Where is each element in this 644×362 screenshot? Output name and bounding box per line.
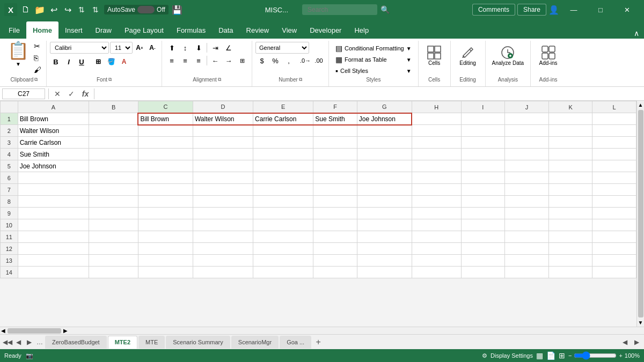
cell-K14[interactable] bbox=[548, 267, 592, 278]
cell-B3[interactable] bbox=[89, 137, 138, 149]
cell-G9[interactable] bbox=[357, 208, 412, 219]
cell-F1[interactable]: Sue Smith bbox=[313, 113, 357, 125]
cell-D14[interactable] bbox=[193, 267, 253, 278]
cell-F6[interactable] bbox=[313, 172, 357, 184]
cell-F5[interactable] bbox=[313, 160, 357, 172]
sheet-nav-dots[interactable]: … bbox=[34, 337, 45, 348]
cell-A13[interactable] bbox=[18, 255, 89, 267]
cell-F10[interactable] bbox=[313, 219, 357, 231]
cell-J7[interactable] bbox=[505, 184, 549, 196]
cell-J9[interactable] bbox=[505, 208, 549, 219]
cell-C7[interactable] bbox=[138, 184, 193, 196]
cell-E7[interactable] bbox=[253, 184, 313, 196]
cell-K2[interactable] bbox=[548, 125, 592, 137]
cell-I4[interactable] bbox=[461, 149, 505, 160]
sheet-tab-scenariomgr[interactable]: ScenarioMgr bbox=[231, 336, 279, 349]
cell-I6[interactable] bbox=[461, 172, 505, 184]
cell-E11[interactable] bbox=[253, 231, 313, 243]
cell-B14[interactable] bbox=[89, 267, 138, 278]
scroll-up-button[interactable]: ▲ bbox=[637, 101, 644, 109]
cell-A2[interactable]: Walter Wilson bbox=[18, 125, 89, 137]
alignment-expand-icon[interactable]: ⧉ bbox=[218, 77, 221, 83]
comments-button[interactable]: Comments bbox=[472, 4, 515, 16]
cell-L11[interactable] bbox=[592, 231, 636, 243]
cell-C1[interactable]: Bill Brown bbox=[138, 113, 193, 125]
row-number-4[interactable]: 4 bbox=[1, 149, 18, 160]
col-header-I[interactable]: I bbox=[461, 101, 505, 113]
cell-I2[interactable] bbox=[461, 125, 505, 137]
cell-C12[interactable] bbox=[138, 243, 193, 255]
cell-B13[interactable] bbox=[89, 255, 138, 267]
cell-D1[interactable]: Walter Wilson bbox=[193, 113, 253, 125]
row-number-3[interactable]: 3 bbox=[1, 137, 18, 149]
cell-A3[interactable]: Carrie Carlson bbox=[18, 137, 89, 149]
cell-F9[interactable] bbox=[313, 208, 357, 219]
percent-button[interactable]: % bbox=[269, 55, 282, 67]
cell-C2[interactable] bbox=[138, 125, 193, 137]
cell-F3[interactable] bbox=[313, 137, 357, 149]
cell-H5[interactable] bbox=[412, 160, 461, 172]
confirm-icon[interactable]: ✓ bbox=[66, 90, 77, 98]
underline-button[interactable]: U bbox=[76, 56, 87, 68]
cell-H6[interactable] bbox=[412, 172, 461, 184]
cell-E13[interactable] bbox=[253, 255, 313, 267]
cell-H8[interactable] bbox=[412, 196, 461, 208]
bold-button[interactable]: B bbox=[50, 56, 62, 68]
scroll-thumb-vertical[interactable] bbox=[638, 110, 643, 317]
cell-B11[interactable] bbox=[89, 231, 138, 243]
zoom-slider[interactable] bbox=[574, 351, 617, 360]
cell-F11[interactable] bbox=[313, 231, 357, 243]
cell-J6[interactable] bbox=[505, 172, 549, 184]
share-button[interactable]: Share bbox=[517, 4, 546, 16]
cell-L4[interactable] bbox=[592, 149, 636, 160]
cell-G13[interactable] bbox=[357, 255, 412, 267]
row-number-7[interactable]: 7 bbox=[1, 184, 18, 196]
scroll-down-button[interactable]: ▼ bbox=[637, 319, 644, 327]
cell-L3[interactable] bbox=[592, 137, 636, 149]
cell-J14[interactable] bbox=[505, 267, 549, 278]
cell-D8[interactable] bbox=[193, 196, 253, 208]
font-color-button[interactable]: A bbox=[118, 56, 130, 68]
cell-B12[interactable] bbox=[89, 243, 138, 255]
cut-button[interactable]: ✂ bbox=[32, 41, 43, 51]
tab-insert[interactable]: Insert bbox=[58, 21, 89, 39]
cell-E1[interactable]: Carrie Carlson bbox=[253, 113, 313, 125]
cell-L2[interactable] bbox=[592, 125, 636, 137]
cell-H13[interactable] bbox=[412, 255, 461, 267]
fx-icon[interactable]: fx bbox=[80, 90, 91, 98]
cell-B6[interactable] bbox=[89, 172, 138, 184]
copy-button[interactable]: ⎘ bbox=[32, 53, 43, 63]
cell-F7[interactable] bbox=[313, 184, 357, 196]
cell-J5[interactable] bbox=[505, 160, 549, 172]
decrease-decimal-button[interactable]: .0→ bbox=[299, 55, 312, 67]
cell-L13[interactable] bbox=[592, 255, 636, 267]
cell-G6[interactable] bbox=[357, 172, 412, 184]
cell-A7[interactable] bbox=[18, 184, 89, 196]
cell-E4[interactable] bbox=[253, 149, 313, 160]
close-button[interactable]: ✕ bbox=[615, 0, 640, 19]
normal-view-icon[interactable]: ▦ bbox=[536, 351, 543, 360]
cell-I1[interactable] bbox=[461, 113, 505, 125]
increase-font-button[interactable]: A+ bbox=[134, 42, 145, 54]
tab-help[interactable]: Help bbox=[348, 21, 375, 39]
cell-B1[interactable] bbox=[89, 113, 138, 125]
tab-file[interactable]: File bbox=[2, 21, 26, 39]
cell-E8[interactable] bbox=[253, 196, 313, 208]
ribbon-collapse-icon[interactable]: ∧ bbox=[631, 28, 642, 39]
cell-F12[interactable] bbox=[313, 243, 357, 255]
cell-J8[interactable] bbox=[505, 196, 549, 208]
cell-G1[interactable]: Joe Johnson bbox=[357, 113, 412, 125]
cell-L6[interactable] bbox=[592, 172, 636, 184]
align-middle-button[interactable]: ↕ bbox=[179, 42, 192, 54]
cell-G12[interactable] bbox=[357, 243, 412, 255]
tab-home[interactable]: Home bbox=[26, 21, 58, 39]
number-expand-icon[interactable]: ⧉ bbox=[299, 77, 302, 83]
conditional-formatting-button[interactable]: ▤ Conditional Formatting ▼ bbox=[332, 43, 415, 54]
cell-L9[interactable] bbox=[592, 208, 636, 219]
addins-button[interactable]: Add-ins bbox=[535, 43, 562, 68]
cell-J3[interactable] bbox=[505, 137, 549, 149]
cell-G11[interactable] bbox=[357, 231, 412, 243]
sheet-nav-prev[interactable]: ◀ bbox=[13, 337, 24, 348]
paste-dropdown-arrow[interactable]: ▼ bbox=[14, 61, 22, 68]
cell-I8[interactable] bbox=[461, 196, 505, 208]
